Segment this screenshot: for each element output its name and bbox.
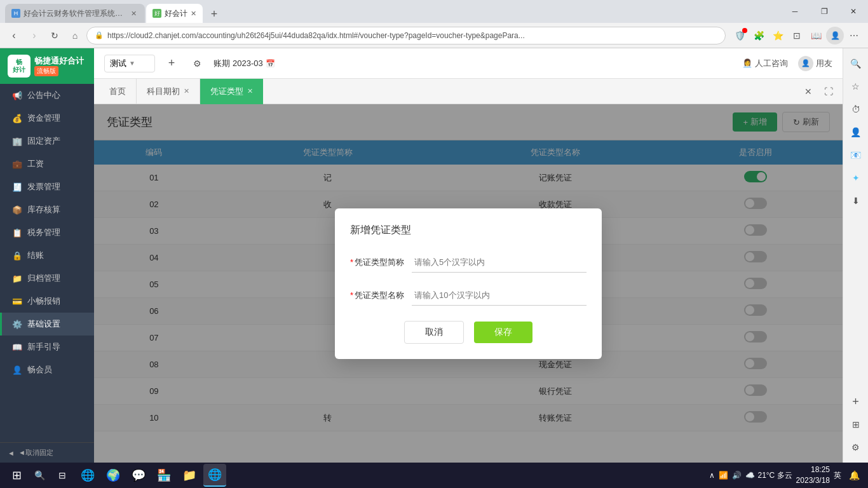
split-view-btn[interactable]: ⊡	[788, 27, 806, 44]
logo-area: 畅好计 畅捷通好合计 流畅版	[0, 48, 94, 84]
tab-close-active[interactable]: ✕	[191, 10, 196, 18]
minimize-btn[interactable]: ─	[780, 0, 810, 23]
system-tray[interactable]: ∧ 📶 🔊	[709, 471, 742, 480]
app-tab-home[interactable]: 首页	[99, 79, 137, 104]
extensions-btn[interactable]: 🛡️	[731, 27, 749, 44]
browser-tab-inactive[interactable]: H 好会计云财务软件管理系统_会计 ✕	[5, 4, 145, 23]
tab-close-btn[interactable]: ✕	[128, 8, 139, 18]
back-btn[interactable]: ‹	[5, 27, 23, 44]
tab-label-active: 好会计	[165, 8, 187, 19]
sidebar-feather-btn[interactable]: ✦	[846, 168, 866, 188]
taskbar-app-edge[interactable]: 🌐	[76, 464, 99, 487]
sidebar-grid-btn[interactable]: ⊞	[846, 414, 866, 435]
close-btn[interactable]: ✕	[839, 0, 868, 23]
taskbar-app-wechat[interactable]: 💬	[127, 464, 150, 487]
refresh-btn[interactable]: ↻	[46, 27, 64, 44]
start-btn[interactable]: ⊞	[5, 464, 28, 487]
lang-indicator: 英	[834, 470, 841, 481]
sidebar-item-settings[interactable]: ⚙️ 基础设置	[0, 313, 94, 336]
sidebar-history-btn[interactable]: ⏱	[846, 99, 866, 119]
voucher-type-tab-close-icon[interactable]: ✕	[247, 87, 253, 95]
tax-icon: 📋	[12, 228, 22, 238]
logo-badge: 流畅版	[34, 66, 58, 76]
modal-actions: 取消 保存	[350, 321, 587, 344]
tab-minimize-btn[interactable]: ✕	[799, 83, 817, 100]
clock[interactable]: 18:25 2023/3/18	[796, 464, 830, 486]
taskbar-app-folder[interactable]: 📁	[178, 464, 201, 487]
sidebar-label: 畅会员	[27, 364, 52, 376]
calendar-icon[interactable]: 📅	[266, 59, 275, 68]
sidebar-download-btn[interactable]: ⬇	[846, 191, 866, 211]
settings-gear-btn[interactable]: ⚙	[188, 55, 206, 72]
save-button[interactable]: 保存	[474, 322, 532, 343]
sidebar-footer[interactable]: ◄ ◄取消固定	[0, 442, 94, 463]
notification-btn[interactable]: 🔔	[845, 466, 863, 484]
membership-icon: 👤	[12, 365, 22, 375]
sidebar-item-payroll[interactable]: 💼 工资	[0, 152, 94, 175]
user-info[interactable]: 👤 用友	[798, 56, 832, 71]
unpin-label: ◄取消固定	[18, 448, 53, 458]
task-view-btn[interactable]: ⊟	[51, 464, 74, 487]
sidebar-label: 资金管理	[27, 112, 60, 124]
sidebar-label: 结账	[27, 250, 44, 261]
sidebar-label: 公告中心	[27, 90, 60, 101]
taskbar-app-chrome[interactable]: 🌍	[102, 464, 125, 487]
sidebar-outlook-btn[interactable]: 📧	[846, 145, 866, 165]
maximize-btn[interactable]: ❐	[810, 0, 839, 23]
collections-btn[interactable]: ⭐	[769, 27, 787, 44]
ssl-lock-icon: 🔒	[95, 31, 104, 39]
extensions-puzzle-btn[interactable]: 🧩	[750, 27, 768, 44]
app-tab-voucher-type[interactable]: 凭证类型 ✕	[200, 79, 263, 104]
new-tab-btn[interactable]: +	[205, 5, 223, 23]
consultation-btn[interactable]: 👩‍💼 人工咨询	[742, 58, 788, 69]
add-workspace-btn[interactable]: +	[163, 55, 180, 72]
workspace-selector[interactable]: 测试 ▼	[104, 55, 155, 72]
sidebar-item-membership[interactable]: 👤 畅会员	[0, 358, 94, 381]
inventory-icon: 📦	[12, 205, 22, 215]
subject-tab-close-icon[interactable]: ✕	[184, 87, 189, 95]
period-label: 账期	[214, 58, 230, 69]
required-mark-1: *	[350, 257, 353, 267]
sidebar-item-announcements[interactable]: 📢 公告中心	[0, 84, 94, 107]
sidebar-item-guide[interactable]: 📖 新手引导	[0, 336, 94, 358]
taskbar-search-btn[interactable]: 🔍	[28, 464, 51, 487]
sidebar-label: 税务管理	[27, 227, 60, 238]
user-profile-btn[interactable]: 👤	[826, 27, 844, 44]
add-voucher-type-modal: 新增凭证类型 * 凭证类型简称 * 凭证类型名称	[335, 208, 602, 359]
modal-overlay: 新增凭证类型 * 凭证类型简称 * 凭证类型名称	[94, 104, 843, 463]
sidebar-favorites-btn[interactable]: ☆	[846, 76, 866, 97]
sidebar-label: 小畅报销	[27, 295, 60, 307]
sidebar-user-btn[interactable]: 👤	[846, 122, 866, 142]
payroll-icon: 💼	[12, 159, 22, 169]
forward-btn[interactable]: ›	[25, 27, 43, 44]
full-name-input[interactable]	[412, 285, 587, 306]
taskbar-app-store[interactable]: 🏪	[153, 464, 175, 487]
browser-tab-active[interactable]: 好 好会计 ✕	[146, 4, 203, 23]
sidebar-add-btn[interactable]: +	[846, 391, 866, 412]
short-name-input[interactable]	[412, 252, 587, 273]
workspace-chevron-icon: ▼	[129, 60, 135, 67]
sidebar-item-closing[interactable]: 🔒 结账	[0, 244, 94, 267]
voucher-type-tab-label: 凭证类型	[210, 86, 243, 97]
sidebar-item-expense[interactable]: 💳 小畅报销	[0, 290, 94, 313]
sidebar-item-tax[interactable]: 📋 税务管理	[0, 221, 94, 244]
cancel-button[interactable]: 取消	[404, 321, 464, 344]
consultation-label: 人工咨询	[755, 58, 788, 69]
app-tab-subject[interactable]: 科目期初 ✕	[137, 79, 200, 104]
sidebar-item-funds[interactable]: 💰 资金管理	[0, 107, 94, 130]
reading-mode-btn[interactable]: 📖	[807, 27, 825, 44]
app-top-bar: 测试 ▼ + ⚙ 账期 2023-03 📅 👩‍💼 人工咨询 👤	[94, 48, 843, 79]
sidebar-item-inventory[interactable]: 📦 库存核算	[0, 198, 94, 221]
taskbar-app-browser-active[interactable]: 🌐	[203, 464, 226, 487]
home-btn[interactable]: ⌂	[66, 27, 84, 44]
url-bar[interactable]: 🔒 https://cloud2.chanjet.com/accounting/…	[86, 27, 726, 44]
sidebar-gear-btn[interactable]: ⚙	[846, 437, 866, 458]
sidebar-item-fixed-assets[interactable]: 🏢 固定资产	[0, 130, 94, 152]
sidebar-search-btn[interactable]: 🔍	[846, 53, 866, 74]
more-menu-btn[interactable]: ⋯	[845, 27, 863, 44]
url-text: https://cloud2.chanjet.com/accounting/uh…	[107, 31, 717, 40]
sidebar-item-invoice[interactable]: 🧾 发票管理	[0, 175, 94, 198]
user-avatar: 👤	[798, 56, 813, 71]
tab-fullscreen-btn[interactable]: ⛶	[820, 83, 837, 100]
sidebar-item-archive[interactable]: 📁 归档管理	[0, 267, 94, 290]
